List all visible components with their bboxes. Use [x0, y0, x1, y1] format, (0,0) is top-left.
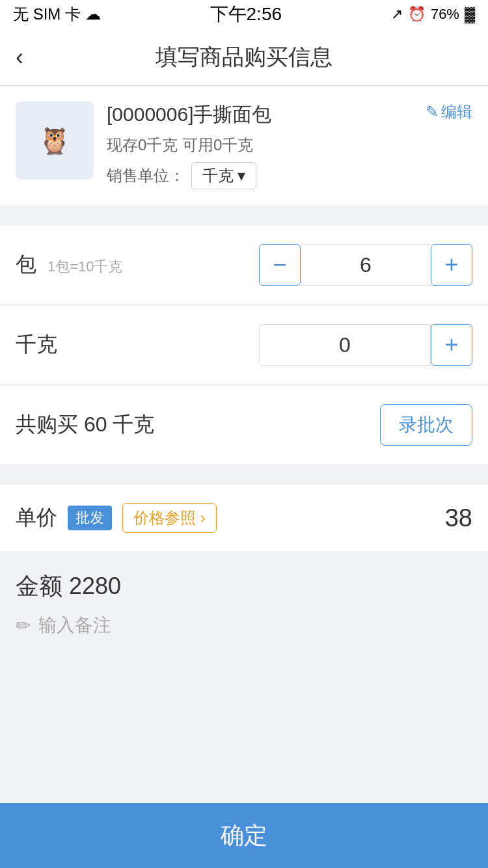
confirm-bar[interactable]: 确定 — [0, 803, 488, 868]
record-batch-button[interactable]: 录批次 — [380, 404, 472, 446]
page-title: 填写商品购买信息 — [156, 42, 332, 72]
price-row: 单价 批发 价格参照 › 38 — [16, 503, 472, 533]
price-tag: 批发 — [68, 506, 112, 530]
product-unit-row: 销售单位： 千克 ▾ — [107, 162, 472, 189]
price-section: 单价 批发 价格参照 › 38 — [0, 485, 488, 551]
product-card: 🦉 [0000006]手撕面包 现存0千克 可用0千克 销售单位： 千克 ▾ ✎… — [0, 86, 488, 205]
bao-minus-button[interactable]: − — [259, 244, 301, 286]
edit-label: 编辑 — [441, 102, 472, 122]
price-value: 38 — [445, 504, 472, 532]
product-name: [0000006]手撕面包 — [107, 102, 472, 128]
kg-label: 千克 — [16, 331, 259, 359]
bao-quantity-row: 包 1包=10千克 − + — [0, 226, 488, 305]
kg-quantity-input[interactable] — [259, 324, 431, 366]
status-right: ↗ ⏰ 76% ▓ — [391, 6, 475, 23]
alarm-icon: ⏰ — [408, 6, 426, 23]
status-bar: 无 SIM 卡 ☁ 下午2:56 ↗ ⏰ 76% ▓ — [0, 0, 488, 29]
bao-quantity-input[interactable] — [301, 244, 431, 286]
bao-quantity-section: 包 1包=10千克 − + — [0, 226, 488, 305]
battery-icon: ▓ — [465, 6, 475, 23]
unit-label: 销售单位： — [107, 165, 185, 186]
kg-quantity-controls: + — [259, 324, 472, 366]
separator-2 — [0, 474, 488, 485]
total-section: 共购买 60 千克 录批次 — [0, 386, 488, 464]
location-icon: ↗ — [391, 6, 403, 23]
separator-1 — [0, 215, 488, 226]
total-label: 共购买 60 千克 — [16, 411, 154, 439]
product-info: [0000006]手撕面包 现存0千克 可用0千克 销售单位： 千克 ▾ — [107, 102, 472, 189]
bao-label: 包 1包=10千克 — [16, 251, 259, 279]
product-logo: 🦉 — [38, 126, 71, 156]
dropdown-icon: ▾ — [237, 167, 245, 185]
note-row[interactable]: ✏ 输入备注 — [16, 613, 472, 651]
battery-level: 76% — [431, 6, 459, 23]
kg-quantity-section: 千克 + — [0, 306, 488, 385]
confirm-label: 确定 — [221, 820, 267, 852]
unit-value: 千克 — [202, 165, 234, 186]
bao-quantity-controls: − + — [259, 244, 472, 286]
nav-bar: ‹ 填写商品购买信息 — [0, 29, 488, 86]
price-label: 单价 — [16, 504, 57, 532]
product-stock: 现存0千克 可用0千克 — [107, 135, 472, 156]
edit-icon: ✎ — [426, 103, 439, 121]
status-left: 无 SIM 卡 ☁ — [13, 4, 101, 25]
pencil-icon: ✏ — [16, 615, 31, 636]
kg-plus-button[interactable]: + — [431, 324, 472, 366]
price-reference-button[interactable]: 价格参照 › — [122, 503, 217, 533]
amount-section: 金额 2280 ✏ 输入备注 — [0, 552, 488, 651]
product-image: 🦉 — [16, 102, 94, 180]
kg-quantity-row: 千克 + — [0, 306, 488, 385]
edit-button[interactable]: ✎ 编辑 — [426, 102, 472, 122]
status-time: 下午2:56 — [210, 2, 282, 27]
note-placeholder[interactable]: 输入备注 — [38, 613, 111, 638]
bao-plus-button[interactable]: + — [431, 244, 472, 286]
back-button[interactable]: ‹ — [16, 44, 23, 71]
sim-status: 无 SIM 卡 ☁ — [13, 4, 101, 25]
bao-hint: 1包=10千克 — [47, 258, 123, 275]
amount-label: 金额 2280 — [16, 571, 472, 603]
unit-selector[interactable]: 千克 ▾ — [191, 162, 256, 189]
